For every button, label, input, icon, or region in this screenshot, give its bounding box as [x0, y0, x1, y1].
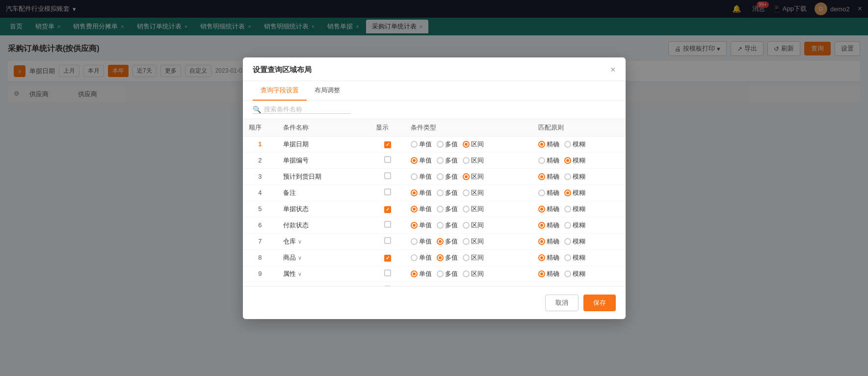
- row-match-rule: 精确模糊: [532, 152, 625, 168]
- checkbox-box[interactable]: [384, 206, 391, 213]
- save-button[interactable]: 保存: [583, 295, 616, 311]
- dialog-tab-layout-adjust[interactable]: 布局调整: [307, 81, 348, 101]
- radio-type-range[interactable]: 区间: [463, 188, 484, 197]
- row-match-rule: 精确模糊: [532, 201, 625, 217]
- radio-type-single[interactable]: 单值: [411, 188, 432, 197]
- radio-type-range[interactable]: 区间: [463, 237, 484, 246]
- radio-match-exact[interactable]: 精确: [538, 221, 559, 230]
- radio-type-multi[interactable]: 多值: [437, 205, 458, 214]
- radio-type-multi[interactable]: 多值: [437, 156, 458, 165]
- chevron-down-icon: ∨: [298, 255, 302, 261]
- radio-type-range[interactable]: 区间: [463, 269, 484, 278]
- radio-circle: [411, 254, 418, 261]
- row-condition-name: 付款状态: [277, 217, 370, 233]
- row-display-checkbox[interactable]: [370, 282, 405, 286]
- radio-match-fuzzy[interactable]: 模糊: [564, 253, 585, 262]
- radio-circle: [538, 270, 545, 277]
- checkbox-box[interactable]: [384, 141, 391, 148]
- radio-type-single[interactable]: 单值: [411, 172, 432, 181]
- row-match-rule: 精确模糊: [532, 217, 625, 233]
- radio-type-range[interactable]: 区间: [463, 172, 484, 181]
- radio-circle: [437, 206, 444, 213]
- radio-type-single[interactable]: 单值: [411, 205, 432, 214]
- row-order: 4: [243, 185, 278, 201]
- radio-circle: [411, 173, 418, 180]
- table-row: 7仓库 ∨单值多值区间精确模糊: [243, 233, 626, 249]
- radio-type-multi[interactable]: 多值: [437, 221, 458, 230]
- row-display-checkbox[interactable]: [370, 217, 405, 233]
- settings-table: 顺序 条件名称 显示 条件类型 匹配原则 1单据日期单值多值区间精确模糊2单据编…: [243, 119, 626, 286]
- radio-type-multi[interactable]: 多值: [437, 237, 458, 246]
- radio-type-range[interactable]: 区间: [463, 156, 484, 165]
- radio-match-exact[interactable]: 精确: [538, 172, 559, 181]
- radio-match-exact[interactable]: 精确: [538, 269, 559, 278]
- condition-search-input[interactable]: [264, 106, 342, 113]
- radio-type-multi[interactable]: 多值: [437, 269, 458, 278]
- checkbox-box[interactable]: [384, 255, 391, 262]
- row-order: 3: [243, 168, 278, 185]
- radio-match-exact[interactable]: 精确: [538, 156, 559, 165]
- radio-match-fuzzy[interactable]: 模糊: [564, 172, 585, 181]
- row-display-checkbox[interactable]: [370, 201, 405, 217]
- radio-match-fuzzy[interactable]: 模糊: [564, 237, 585, 246]
- radio-match-fuzzy[interactable]: 模糊: [564, 269, 585, 278]
- row-order: 8: [243, 249, 278, 266]
- radio-match-exact[interactable]: 精确: [538, 237, 559, 246]
- row-display-checkbox[interactable]: [370, 249, 405, 266]
- dialog-close-button[interactable]: ×: [610, 65, 616, 74]
- radio-match-fuzzy[interactable]: 模糊: [564, 205, 585, 214]
- radio-circle: [411, 157, 418, 164]
- table-row: 1单据日期单值多值区间精确模糊: [243, 136, 626, 152]
- radio-type-single[interactable]: 单值: [411, 221, 432, 230]
- checkbox-box[interactable]: [384, 237, 391, 244]
- radio-type-range[interactable]: 区间: [463, 253, 484, 262]
- radio-type-single[interactable]: 单值: [411, 237, 432, 246]
- radio-circle: [564, 254, 571, 261]
- radio-circle: [564, 270, 571, 277]
- row-condition-type: 单值多值区间: [405, 266, 532, 282]
- checkbox-box[interactable]: [384, 188, 391, 195]
- checkbox-box[interactable]: [384, 172, 391, 179]
- radio-type-single[interactable]: 单值: [411, 253, 432, 262]
- th-condition-type: 条件类型: [405, 119, 532, 136]
- row-display-checkbox[interactable]: [370, 185, 405, 201]
- search-wrap: 🔍: [253, 106, 351, 114]
- row-match-rule: 精确模糊: [532, 249, 625, 266]
- radio-match-fuzzy[interactable]: 模糊: [564, 140, 585, 149]
- radio-type-single[interactable]: 单值: [411, 156, 432, 165]
- radio-type-multi[interactable]: 多值: [437, 253, 458, 262]
- radio-type-multi[interactable]: 多值: [437, 172, 458, 181]
- radio-match-exact[interactable]: 精确: [538, 140, 559, 149]
- checkbox-box[interactable]: [384, 269, 391, 276]
- radio-circle: [463, 141, 470, 148]
- radio-type-multi[interactable]: 多值: [437, 188, 458, 197]
- row-display-checkbox[interactable]: [370, 168, 405, 185]
- radio-type-multi[interactable]: 多值: [437, 140, 458, 149]
- radio-match-fuzzy[interactable]: 模糊: [564, 221, 585, 230]
- radio-match-fuzzy[interactable]: 模糊: [564, 188, 585, 197]
- radio-type-single[interactable]: 单值: [411, 269, 432, 278]
- row-display-checkbox[interactable]: [370, 152, 405, 168]
- checkbox-box[interactable]: [384, 156, 391, 163]
- row-match-rule: 精确模糊: [532, 168, 625, 185]
- radio-match-fuzzy[interactable]: 模糊: [564, 156, 585, 165]
- row-condition-name: 属性 ∨: [277, 266, 370, 282]
- dialog-tab-query-fields[interactable]: 查询字段设置: [253, 81, 307, 101]
- radio-type-range[interactable]: 区间: [463, 140, 484, 149]
- radio-match-exact[interactable]: 精确: [538, 253, 559, 262]
- radio-circle: [437, 141, 444, 148]
- radio-circle: [564, 173, 571, 180]
- row-order: 2: [243, 152, 278, 168]
- cancel-button[interactable]: 取消: [545, 295, 579, 311]
- radio-match-exact[interactable]: 精确: [538, 205, 559, 214]
- radio-match-exact[interactable]: 精确: [538, 188, 559, 197]
- row-display-checkbox[interactable]: [370, 233, 405, 249]
- row-condition-name: 有无商品图片: [277, 282, 370, 286]
- row-order: 5: [243, 201, 278, 217]
- radio-type-single[interactable]: 单值: [411, 140, 432, 149]
- row-display-checkbox[interactable]: [370, 266, 405, 282]
- checkbox-box[interactable]: [384, 221, 391, 228]
- radio-type-range[interactable]: 区间: [463, 221, 484, 230]
- row-display-checkbox[interactable]: [370, 136, 405, 152]
- radio-type-range[interactable]: 区间: [463, 205, 484, 214]
